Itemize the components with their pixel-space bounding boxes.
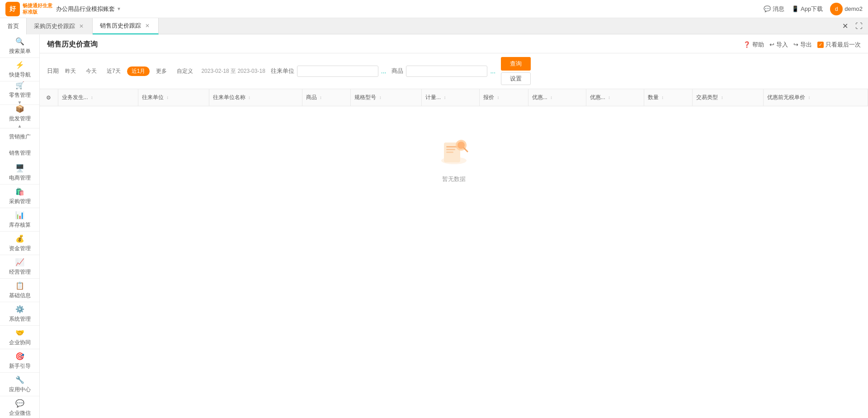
sidebar-sub-marketing[interactable]: 营销推广: [0, 128, 39, 145]
sidebar-item-purchase[interactable]: 🛍️ 采购管理: [0, 185, 39, 208]
app-download-button[interactable]: 📱 App下载: [792, 5, 823, 13]
date-filter-group: 日期 昨天 今天 近7天 近1月 更多 自定义 2023-02-18 至 202…: [47, 66, 265, 76]
partner-filter-group: 往来单位 ...: [271, 66, 387, 77]
tab-purchase-history[interactable]: 采购历史价跟踪 ✕: [27, 18, 93, 34]
wholesale-icon: 📦: [15, 104, 24, 113]
only-last-toggle[interactable]: ✓ 只看最后一次: [817, 41, 861, 49]
sidebar-sub-sales[interactable]: 销售管理: [0, 145, 39, 161]
sidebar-item-shortcut[interactable]: ⚡ 快捷导航: [0, 58, 39, 81]
guide-icon: 🎯: [15, 352, 24, 361]
avatar: d: [830, 3, 843, 15]
tab-home[interactable]: 首页: [0, 18, 27, 34]
tab-purchase-close-icon[interactable]: ✕: [78, 23, 85, 30]
tab-sales-close-icon[interactable]: ✕: [144, 22, 151, 29]
partner-dots-btn[interactable]: ...: [381, 67, 387, 75]
sort-icon: ↕: [661, 95, 664, 100]
help-icon: ❓: [743, 41, 750, 48]
user-menu[interactable]: d demo2: [830, 3, 863, 15]
date-range-text: 2023-02-18 至 2023-03-18: [201, 67, 265, 75]
maximize-tab-button[interactable]: ⛶: [854, 20, 864, 32]
sidebar-item-app-center[interactable]: 🔧 应用中心: [0, 373, 39, 396]
sidebar-item-guide[interactable]: 🎯 新手引导: [0, 349, 39, 373]
empty-text: 暂无数据: [442, 175, 466, 183]
data-table-container: ⚙ 业务发生... ↕ 往来单位 ↕ 往来单位名称 ↕: [40, 89, 868, 418]
col-partner-code[interactable]: 往来单位 ↕: [138, 89, 209, 106]
message-button[interactable]: 💬 消息: [764, 5, 784, 13]
export-button[interactable]: ↪ 导出: [793, 41, 812, 49]
help-button[interactable]: ❓ 帮助: [743, 41, 764, 49]
date-yesterday-btn[interactable]: 昨天: [61, 66, 80, 76]
date-custom-btn[interactable]: 自定义: [173, 66, 197, 76]
search-icon: 🔍: [15, 37, 24, 46]
col-discount1[interactable]: 优惠... ↕: [528, 89, 586, 106]
col-date[interactable]: 业务发生... ↕: [58, 89, 138, 106]
settings-button[interactable]: 设置: [501, 72, 531, 85]
table-header-row: ⚙ 业务发生... ↕ 往来单位 ↕ 往来单位名称 ↕: [40, 89, 868, 106]
close-tab-button[interactable]: ✕: [840, 20, 850, 32]
date-7days-btn[interactable]: 近7天: [103, 66, 124, 76]
finance-icon: 💰: [15, 234, 24, 243]
tab-sales-history[interactable]: 销售历史价跟踪 ✕: [93, 18, 159, 34]
sidebar-item-basic[interactable]: 📋 基础信息: [0, 279, 39, 302]
sidebar-item-finance[interactable]: 💰 资金管理: [0, 232, 39, 255]
ecommerce-icon: 🖥️: [15, 164, 24, 172]
inventory-icon: 📊: [15, 211, 24, 219]
operation-icon: 📈: [15, 258, 24, 266]
col-quantity[interactable]: 数量 ↕: [644, 89, 693, 106]
import-button[interactable]: ↩ 导入: [769, 41, 788, 49]
sort-icon: ↕: [91, 95, 93, 100]
col-tax-price[interactable]: 优惠前无税单价 ↕: [764, 89, 868, 106]
goods-dots-btn[interactable]: ...: [490, 67, 495, 75]
sort-icon: ↕: [248, 95, 250, 100]
col-partner-name[interactable]: 往来单位名称 ↕: [209, 89, 302, 106]
wholesale-arrow-icon: ▲: [18, 124, 22, 128]
sidebar-item-operation[interactable]: 📈 经营管理: [0, 255, 39, 279]
sidebar-item-wholesale[interactable]: 📦 批发管理 ▲: [0, 105, 39, 128]
sort-icon: ↕: [166, 95, 169, 100]
header-actions: ❓ 帮助 ↩ 导入 ↪ 导出 ✓ 只看最后一次: [743, 41, 861, 49]
date-1month-btn[interactable]: 近1月: [127, 66, 150, 76]
sort-icon: ↕: [808, 95, 810, 100]
sidebar-item-system[interactable]: ⚙️ 系统管理: [0, 302, 39, 326]
dropdown-arrow-icon: ▼: [117, 6, 121, 11]
basic-icon: 📋: [15, 281, 24, 290]
date-today-btn[interactable]: 今天: [82, 66, 100, 76]
top-bar-right: 💬 消息 📱 App下载 d demo2: [764, 3, 863, 15]
col-spec[interactable]: 规格型号 ↕: [351, 89, 422, 106]
partner-input[interactable]: [297, 66, 378, 77]
col-settings[interactable]: ⚙: [40, 89, 58, 106]
empty-state: 暂无数据: [40, 106, 868, 210]
goods-label: 商品: [392, 67, 403, 75]
col-goods[interactable]: 商品 ↕: [302, 89, 351, 106]
date-more-btn[interactable]: 更多: [152, 66, 170, 76]
logo-icon: 好: [5, 2, 20, 16]
query-settings-group: 查询 设置: [501, 57, 531, 85]
col-price[interactable]: 报价 ↕: [480, 89, 528, 106]
sidebar-item-wechat[interactable]: 💬 企业微信: [0, 396, 39, 418]
filter-bar: 日期 昨天 今天 近7天 近1月 更多 自定义 2023-02-18 至 202…: [40, 53, 868, 89]
sidebar-item-search[interactable]: 🔍 搜索菜单: [0, 34, 39, 58]
sort-icon: ↕: [443, 95, 446, 100]
col-unit[interactable]: 计量... ↕: [422, 89, 480, 106]
sort-icon: ↕: [379, 95, 382, 100]
app-title[interactable]: 办公用品行业模拟账套 ▼: [56, 5, 121, 13]
sidebar-item-ecommerce[interactable]: 🖥️ 电商管理: [0, 161, 39, 185]
cooperation-icon: 🤝: [15, 328, 24, 337]
sort-icon: ↕: [497, 95, 500, 100]
data-table: ⚙ 业务发生... ↕ 往来单位 ↕ 往来单位名称 ↕: [40, 89, 868, 106]
top-bar-left: 好 畅捷通好生意 标准版 办公用品行业模拟账套 ▼: [5, 2, 121, 16]
sort-icon: ↕: [608, 95, 610, 100]
sort-icon: ↕: [721, 95, 723, 100]
goods-input[interactable]: [406, 66, 487, 77]
date-label: 日期: [47, 67, 59, 75]
logo-text: 畅捷通好生意 标准版: [23, 3, 52, 14]
filter-top-row: 日期 昨天 今天 近7天 近1月 更多 自定义 2023-02-18 至 202…: [47, 57, 861, 85]
sidebar-item-inventory[interactable]: 📊 库存核算: [0, 208, 39, 232]
sidebar: 🔍 搜索菜单 ⚡ 快捷导航 🛒 零售管理 ▼ 📦 批发管理 ▲ 营销推广 销售管…: [0, 34, 40, 418]
col-discount2[interactable]: 优惠... ↕: [586, 89, 644, 106]
query-button[interactable]: 查询: [501, 57, 531, 71]
tab-bar: 首页 采购历史价跟踪 ✕ 销售历史价跟踪 ✕ ✕ ⛶: [0, 18, 868, 34]
col-trade-type[interactable]: 交易类型 ↕: [693, 89, 764, 106]
sidebar-item-retail[interactable]: 🛒 零售管理 ▼: [0, 81, 39, 105]
sidebar-item-cooperation[interactable]: 🤝 企业协同: [0, 326, 39, 349]
